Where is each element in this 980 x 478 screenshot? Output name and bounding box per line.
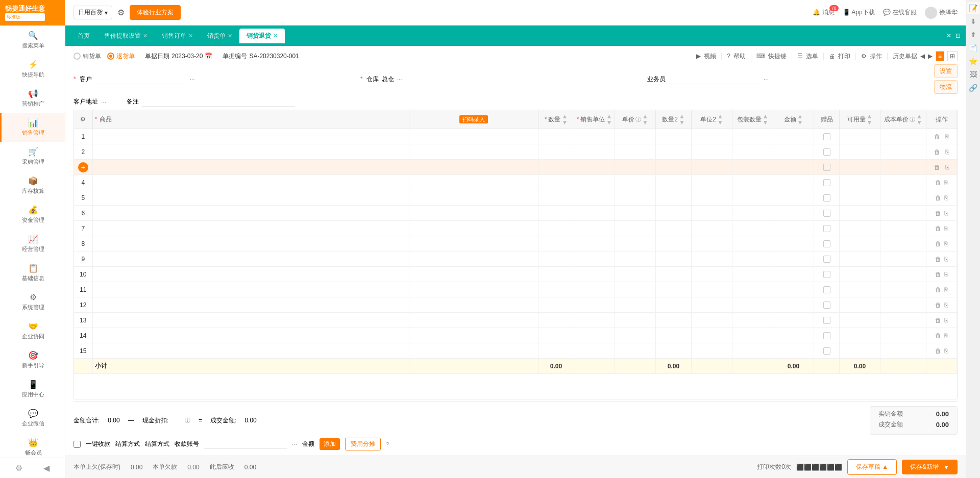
calendar-icon[interactable]: 📅	[205, 53, 212, 60]
sidebar-item-operation[interactable]: 📈 经营管理	[0, 229, 65, 258]
amount-cell[interactable]	[773, 144, 814, 160]
radio-return[interactable]: 退货单	[107, 52, 135, 61]
delete-row-icon[interactable]: 🗑	[933, 133, 942, 140]
sidebar-item-shortcut[interactable]: ⚡ 快捷导航	[0, 55, 65, 84]
tab-sales-order[interactable]: 销售订单 ✕	[155, 29, 200, 43]
save-draft-button[interactable]: 保存草稿 ▲	[847, 459, 897, 475]
add-row-button[interactable]: +	[78, 162, 88, 172]
pack-cell[interactable]	[732, 129, 773, 144]
account-input[interactable]	[204, 439, 287, 449]
right-panel-icon-6[interactable]: 🔗	[967, 82, 979, 94]
qty2-cell[interactable]	[656, 160, 692, 175]
salesperson-dots-btn[interactable]: ···	[764, 76, 769, 83]
sidebar-item-purchase[interactable]: 🛒 采购管理	[0, 142, 65, 171]
right-panel-icon-1[interactable]: ⬇	[967, 15, 979, 28]
delete-row-icon[interactable]: 🗑	[933, 164, 942, 171]
tab-price-settings[interactable]: 售价提取设置 ✕	[97, 29, 155, 43]
right-panel-icon-5[interactable]: 🖼	[967, 68, 979, 81]
product-cell[interactable]	[92, 160, 409, 175]
save-new-button[interactable]: 保存&新增 ▼	[902, 460, 958, 474]
tab-home[interactable]: 首页	[70, 29, 97, 43]
info-discount-icon[interactable]: ⓘ	[185, 417, 190, 424]
operate-label[interactable]: 操作	[870, 52, 882, 61]
available-cell[interactable]	[840, 129, 880, 144]
sidebar-item-search[interactable]: 🔍 搜索菜单	[0, 26, 65, 55]
qty2-cell[interactable]	[656, 144, 692, 160]
account-dots-btn[interactable]: ···	[292, 441, 297, 448]
sidebar-item-inventory[interactable]: 📦 库存核算	[0, 171, 65, 200]
gift-cell[interactable]	[814, 129, 840, 144]
sidebar-item-system[interactable]: ⚙ 系统管理	[0, 287, 65, 316]
close-tab-icon[interactable]: ✕	[946, 32, 951, 39]
copy-row-icon[interactable]: ⎘	[944, 164, 950, 171]
sidebar-item-cooperation[interactable]: 🤝 企业协同	[0, 316, 65, 345]
sidebar-item-basic[interactable]: 📋 基础信息	[0, 258, 65, 287]
price-info-icon[interactable]: ⓘ	[635, 116, 641, 123]
user-profile[interactable]: 徐泽华	[925, 7, 958, 19]
tab-close-icon[interactable]: ✕	[143, 33, 148, 39]
tab-sales-delivery[interactable]: 销货单 ✕	[200, 29, 239, 43]
price-cell[interactable]	[615, 129, 656, 144]
gift-checkbox[interactable]	[823, 133, 830, 140]
video-label[interactable]: 视频	[704, 52, 716, 61]
history-prev-icon[interactable]: ◀	[920, 53, 925, 60]
amount-cell[interactable]	[773, 129, 814, 144]
list-view-icon[interactable]: ≡	[936, 51, 944, 61]
product-input[interactable]	[95, 164, 407, 171]
qty-cell[interactable]	[538, 144, 574, 160]
help-label[interactable]: 帮助	[733, 52, 746, 61]
settings-icon[interactable]: ⚙	[15, 463, 22, 473]
qty-cell[interactable]	[538, 160, 574, 175]
unit2-cell[interactable]	[692, 160, 732, 175]
unit-cell[interactable]	[574, 129, 615, 144]
right-panel-icon-0[interactable]: 📝	[967, 2, 979, 14]
amount-cell[interactable]	[773, 160, 814, 175]
warehouse-dots-btn[interactable]: ···	[397, 76, 402, 83]
price-cell[interactable]	[615, 160, 656, 175]
pack-cell[interactable]	[732, 160, 773, 175]
gift-checkbox[interactable]	[823, 148, 830, 156]
pack-cell[interactable]	[732, 144, 773, 160]
tab-sales-return[interactable]: 销货退货 ✕	[239, 29, 285, 43]
tab-close-icon[interactable]: ✕	[188, 33, 193, 39]
radio-delivery[interactable]: 销货单	[74, 52, 101, 61]
unit-cell[interactable]	[574, 160, 615, 175]
gift-cell[interactable]	[814, 160, 840, 175]
gift-cell[interactable]	[814, 144, 840, 160]
unit2-cell[interactable]	[692, 129, 732, 144]
experience-button[interactable]: 体验行业方案	[130, 5, 181, 20]
sidebar-item-marketing[interactable]: 📢 营销推广	[0, 84, 65, 113]
sidebar-item-wechat[interactable]: 💬 企业微信	[0, 404, 65, 433]
app-download-link[interactable]: 📱 App下载	[843, 8, 875, 17]
unit2-cell[interactable]	[692, 144, 732, 160]
copy-row-icon[interactable]: ⎘	[944, 148, 950, 156]
fee-split-button[interactable]: 费用分摊	[345, 438, 381, 450]
product-cell[interactable]	[92, 129, 409, 144]
sidebar-item-sales[interactable]: 📊 销售管理	[0, 113, 65, 142]
sidebar-item-apps[interactable]: 📱 应用中心	[0, 374, 65, 404]
fee-info-icon[interactable]: ?	[386, 441, 389, 447]
sidebar-item-guide[interactable]: 🎯 新手引导	[0, 345, 65, 374]
industry-select[interactable]: 日用百货 ▾	[74, 6, 112, 19]
th-gear[interactable]: ⚙	[74, 110, 92, 129]
sidebar-item-finance[interactable]: 💰 资金管理	[0, 200, 65, 229]
copy-row-icon[interactable]: ⎘	[944, 133, 950, 140]
one-click-payment-checkbox[interactable]	[74, 441, 81, 448]
delete-row-icon[interactable]: 🗑	[933, 148, 942, 156]
customer-dots-btn[interactable]: ···	[190, 76, 195, 83]
logistics-button[interactable]: 物流	[934, 80, 958, 94]
qty2-cell[interactable]	[656, 129, 692, 144]
unit-cell[interactable]	[574, 144, 615, 160]
topbar-gear-icon[interactable]: ⚙	[117, 8, 125, 17]
price-cell[interactable]	[615, 144, 656, 160]
available-cell[interactable]	[840, 144, 880, 160]
right-panel-icon-2[interactable]: ⬆	[967, 29, 979, 41]
right-panel-icon-4[interactable]: ⭐	[967, 55, 979, 67]
history-label[interactable]: 历史单据	[893, 52, 917, 61]
shortcuts-label[interactable]: 快捷键	[768, 52, 787, 61]
print-label[interactable]: 打印	[838, 52, 850, 61]
settings-button[interactable]: 设置	[934, 64, 958, 78]
expand-icon[interactable]: ⊡	[955, 32, 961, 39]
salesperson-input[interactable]	[669, 74, 761, 84]
collapse-icon[interactable]: ◀	[43, 463, 50, 473]
